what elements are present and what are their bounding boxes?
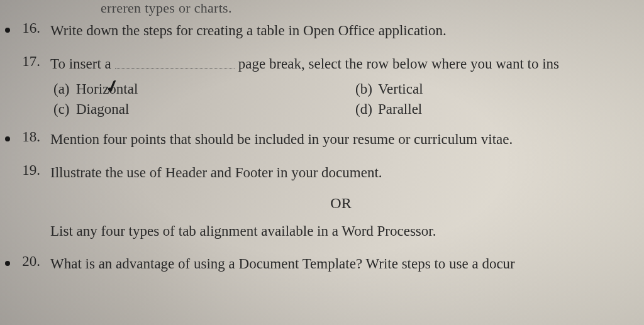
question-number: 19. — [15, 162, 40, 179]
question-text: Write down the steps for creating a tabl… — [50, 20, 447, 42]
option-d: (d) Parallel — [355, 101, 422, 118]
option-label: (a) — [53, 81, 76, 97]
question-number: 16. — [15, 20, 40, 36]
bullet-icon — [5, 28, 10, 33]
q17-suffix: page break, select the row below where y… — [238, 53, 559, 75]
option-text: Vertical — [378, 81, 423, 97]
question-18: 18. Mention four points that should be i… — [0, 129, 644, 151]
or-separator: OR — [0, 195, 644, 212]
question-number: 17. — [15, 53, 40, 70]
option-a: (a) Horizontal — [53, 81, 355, 97]
or-alternative-text: List any four types of tab alignment ava… — [50, 223, 644, 240]
question-20: 20. What is an advantage of using a Docu… — [0, 253, 644, 275]
q17-prefix: To insert a — [50, 53, 111, 75]
option-text: Diagonal — [76, 101, 129, 118]
question-text: What is an advantage of using a Document… — [50, 253, 515, 275]
question-number: 18. — [15, 129, 40, 145]
option-label: (c) — [53, 101, 76, 118]
question-19: 19. Illustrate the use of Header and Foo… — [0, 162, 644, 184]
question-17: 17. To insert a page break, select the r… — [0, 53, 644, 75]
question-text: Illustrate the use of Header and Footer … — [50, 162, 382, 184]
option-label: (b) — [355, 81, 378, 97]
option-text: Parallel — [378, 101, 422, 118]
bullet-icon — [5, 261, 10, 266]
question-number: 20. — [15, 253, 40, 270]
option-b: (b) Vertical — [355, 81, 423, 97]
option-c: (c) Diagonal — [53, 101, 355, 118]
option-label: (d) — [355, 101, 378, 118]
exam-page: erreren types or charts. 16. Write down … — [0, 0, 644, 325]
option-row-1: ✓ (a) Horizontal (b) Vertical — [53, 81, 644, 97]
question-text: To insert a page break, select the row b… — [50, 53, 559, 75]
option-row-2: (c) Diagonal (d) Parallel — [53, 101, 644, 118]
question-16: 16. Write down the steps for creating a … — [0, 20, 644, 42]
bullet-icon — [5, 136, 10, 141]
fill-blank — [115, 66, 235, 69]
question-text: Mention four points that should be inclu… — [50, 129, 513, 151]
partial-top-line: erreren types or charts. — [0, 0, 644, 16]
